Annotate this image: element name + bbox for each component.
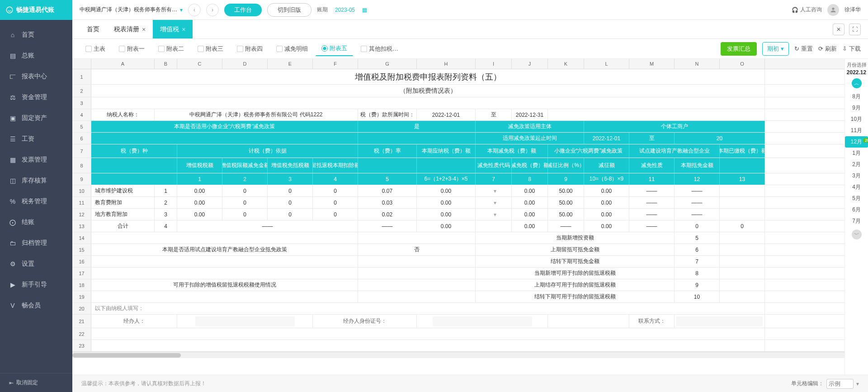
row-header[interactable]: 5 — [72, 121, 91, 132]
column-header[interactable]: H — [417, 59, 476, 69]
sidebar-item-3[interactable]: ⚖资金管理 — [0, 87, 72, 108]
company-selector[interactable]: 中税网通广泽（天津）税务师事务所有… ▾ — [80, 6, 183, 14]
workspace-button[interactable]: 工作台 — [224, 4, 262, 16]
month-option[interactable]: 8月 — [845, 91, 868, 102]
sidebar-item-9[interactable]: ⨀结账 — [0, 212, 72, 233]
row-header[interactable]: 22 — [72, 328, 91, 339]
month-option[interactable]: 10月 — [845, 114, 868, 125]
column-header[interactable]: F — [313, 59, 358, 69]
support-link[interactable]: 🎧 人工咨询 — [792, 6, 822, 14]
row-header[interactable]: 9 — [72, 173, 91, 185]
agent-id-input[interactable] — [433, 316, 532, 326]
period-init-button[interactable]: 期初▾ — [762, 42, 789, 56]
download-button[interactable]: ⇩下载 — [842, 45, 861, 53]
sidebar-item-2[interactable]: ⫍报表中心 — [0, 66, 72, 87]
sidebar-item-11[interactable]: ⚙设置 — [0, 253, 72, 274]
row-header[interactable]: 15 — [72, 244, 91, 255]
row-header[interactable]: 2 — [72, 85, 91, 97]
reset-button[interactable]: ↻重置 — [794, 45, 813, 53]
reduce-code-select[interactable]: ▾ — [476, 209, 512, 220]
sidebar-item-10[interactable]: 🗀归档管理 — [0, 233, 72, 253]
month-option[interactable]: 3月 — [845, 170, 868, 182]
sub-tab-3[interactable]: 附表三 — [192, 42, 229, 56]
period-value[interactable]: 2023-05 — [335, 7, 355, 13]
month-option[interactable]: 9月 — [845, 102, 868, 114]
month-down-button[interactable]: ﹀ — [852, 229, 862, 239]
row-header[interactable]: 18 — [72, 279, 91, 291]
sub-tab-5[interactable]: 减免明细 — [270, 42, 314, 56]
row-header[interactable]: 6 — [72, 133, 91, 144]
dropdown-icon[interactable]: ▾ — [856, 381, 859, 387]
reduce-code-select[interactable]: ▾ — [476, 197, 512, 208]
row-header[interactable]: 17 — [72, 268, 91, 279]
row-header[interactable]: 4 — [72, 109, 91, 120]
month-option[interactable]: 2月 — [845, 159, 868, 170]
cell-edit-example-input[interactable] — [826, 379, 854, 389]
calendar-icon[interactable]: ▦ — [362, 7, 367, 13]
row-header[interactable]: 16 — [72, 256, 91, 267]
dropdown-icon[interactable]: ▾ — [494, 211, 496, 218]
column-header[interactable]: M — [629, 59, 675, 69]
sidebar-item-6[interactable]: ▦发票管理 — [0, 149, 72, 170]
row-header[interactable]: 7 — [72, 144, 91, 158]
column-header[interactable]: L — [584, 59, 629, 69]
page-tab-1[interactable]: 税表清册× — [107, 20, 153, 38]
month-option[interactable]: 6月 — [845, 204, 868, 215]
refresh-button[interactable]: ⟳刷新 — [818, 45, 837, 53]
row-header[interactable]: 20 — [72, 303, 91, 314]
invoice-summary-button[interactable]: 发票汇总 — [721, 42, 757, 56]
column-header[interactable]: C — [177, 59, 222, 69]
month-option[interactable]: 1月 — [845, 148, 868, 159]
month-option[interactable]: 5月 — [845, 193, 868, 204]
cell[interactable] — [177, 315, 313, 328]
month-option[interactable]: 11月 — [845, 125, 868, 136]
cell[interactable] — [417, 315, 548, 328]
row-header[interactable]: 21 — [72, 315, 91, 328]
cell[interactable] — [675, 315, 765, 328]
row-header[interactable]: 13 — [72, 220, 91, 232]
horizontal-scrollbar[interactable] — [72, 352, 844, 358]
column-header[interactable]: N — [675, 59, 720, 69]
row-header[interactable]: 19 — [72, 291, 91, 302]
avatar[interactable] — [827, 4, 839, 16]
sidebar-item-7[interactable]: ◫库存核算 — [0, 170, 72, 191]
column-header[interactable]: A — [91, 59, 155, 69]
sidebar-item-1[interactable]: ▤总账 — [0, 45, 72, 66]
column-header[interactable]: K — [548, 59, 584, 69]
contact-input[interactable] — [676, 316, 763, 326]
row-header[interactable]: 12 — [72, 209, 91, 220]
prev-company-button[interactable]: ‹ — [188, 4, 201, 16]
sidebar-item-4[interactable]: ▣固定资产 — [0, 108, 72, 129]
month-option[interactable]: 12月2023 — [845, 136, 868, 148]
column-header[interactable]: J — [512, 59, 548, 69]
dropdown-icon[interactable]: ▾ — [494, 188, 496, 194]
next-company-button[interactable]: › — [206, 4, 219, 16]
row-header[interactable]: 14 — [72, 232, 91, 244]
column-header[interactable]: B — [155, 59, 177, 69]
column-header[interactable]: I — [476, 59, 512, 69]
fullscreen-button[interactable]: ⛶ — [849, 24, 861, 35]
month-up-button[interactable]: ︿ — [852, 78, 862, 88]
sidebar-item-0[interactable]: ⌂首页 — [0, 24, 72, 45]
sidebar-item-8[interactable]: %税务管理 — [0, 191, 72, 212]
sub-tab-2[interactable]: 附表二 — [152, 42, 190, 56]
row-header[interactable]: 3 — [72, 97, 91, 109]
column-header[interactable]: O — [720, 59, 765, 69]
switch-old-button[interactable]: 切到旧版 — [267, 3, 311, 17]
sidebar-item-5[interactable]: ☰工资 — [0, 129, 72, 149]
unpin-sidebar[interactable]: ⇤ 取消固定 — [0, 373, 72, 392]
sub-tab-6[interactable]: 附表五 — [316, 41, 353, 56]
sub-tab-4[interactable]: 附表四 — [231, 42, 269, 56]
row-header[interactable]: 23 — [72, 340, 91, 351]
sub-tab-1[interactable]: 附表一 — [113, 42, 151, 56]
row-header[interactable]: 1 — [72, 69, 91, 84]
sidebar-item-12[interactable]: ▶新手引导 — [0, 274, 72, 295]
month-option[interactable]: 7月 — [845, 215, 868, 227]
reduce-code-select[interactable]: ▾ — [476, 185, 512, 196]
page-tab-2[interactable]: 增值税× — [153, 20, 193, 38]
sub-tab-7[interactable]: 其他扣税… — [355, 42, 404, 56]
page-tab-0[interactable]: 首页 — [80, 20, 107, 38]
column-header[interactable]: E — [268, 59, 313, 69]
agent-input[interactable] — [195, 316, 295, 326]
sub-tab-0[interactable]: 主表 — [80, 42, 111, 56]
